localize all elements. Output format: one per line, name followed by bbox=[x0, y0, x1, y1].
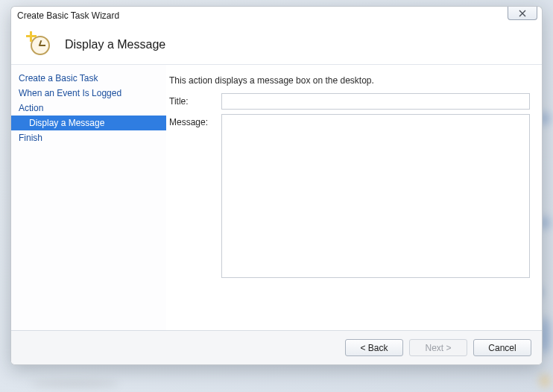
page-heading: Display a Message bbox=[65, 38, 165, 51]
clock-sparkle-icon bbox=[26, 31, 53, 58]
nav-step-2[interactable]: Action bbox=[11, 101, 166, 116]
wizard-header: Display a Message bbox=[11, 25, 542, 65]
wizard-nav: Create a Basic TaskWhen an Event Is Logg… bbox=[11, 65, 166, 330]
nav-step-1[interactable]: When an Event Is Logged bbox=[11, 86, 166, 101]
wizard-footer: < Back Next > Cancel bbox=[11, 330, 542, 364]
title-input[interactable] bbox=[221, 93, 530, 110]
message-textarea[interactable] bbox=[221, 114, 530, 278]
title-label: Title: bbox=[169, 93, 214, 107]
nav-step-3[interactable]: Display a Message bbox=[11, 116, 166, 130]
window-title: Create Basic Task Wizard bbox=[17, 10, 119, 21]
wizard-window: Create Basic Task Wizard Display a Messa… bbox=[10, 6, 543, 365]
close-button[interactable] bbox=[508, 7, 537, 20]
nav-step-0[interactable]: Create a Basic Task bbox=[11, 71, 166, 86]
close-icon bbox=[519, 10, 526, 17]
cancel-button[interactable]: Cancel bbox=[473, 339, 531, 356]
message-label: Message: bbox=[169, 114, 214, 127]
next-button: Next > bbox=[409, 339, 467, 356]
wizard-form: This action displays a message box on th… bbox=[166, 65, 542, 330]
titlebar: Create Basic Task Wizard bbox=[11, 7, 542, 25]
back-button[interactable]: < Back bbox=[345, 339, 403, 356]
form-description: This action displays a message box on th… bbox=[169, 75, 530, 86]
nav-step-4[interactable]: Finish bbox=[11, 130, 166, 145]
